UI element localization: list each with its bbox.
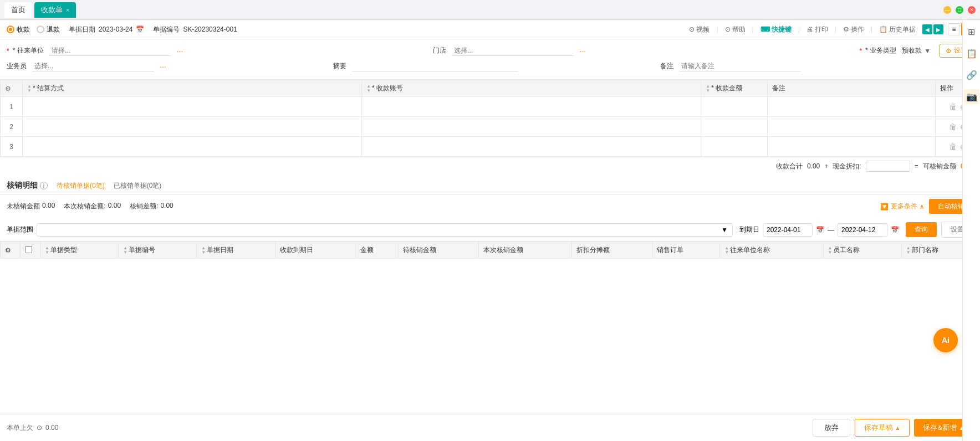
- store-input[interactable]: [452, 45, 574, 56]
- due-start-input[interactable]: [763, 223, 813, 237]
- row-3-settle[interactable]: [23, 137, 362, 157]
- number-field: 单据编号 SK-20230324-001: [153, 25, 237, 34]
- row-1-delete-icon[interactable]: 🗑: [949, 102, 957, 111]
- row-1-amount[interactable]: [701, 97, 768, 117]
- counterpart-label: * 往来单位: [13, 46, 44, 55]
- nav-prev[interactable]: ◀: [922, 24, 932, 34]
- discount-input[interactable]: [866, 161, 910, 172]
- history-btn[interactable]: 📋 历史单据: [877, 24, 918, 35]
- row-3-account[interactable]: [362, 137, 701, 157]
- row-2-account[interactable]: [362, 117, 701, 137]
- verify-info-icon[interactable]: i: [40, 182, 48, 189]
- date-calendar-icon[interactable]: 📅: [136, 25, 144, 33]
- view-list[interactable]: ≡: [948, 23, 960, 35]
- window-minimize[interactable]: —: [943, 6, 951, 14]
- sidebar-screenshot-icon[interactable]: 📷: [964, 89, 979, 104]
- col-amount-header: ▲▼ * 收款金额: [701, 80, 768, 97]
- form-row-2: 业务员 ··· 摘要 备注: [7, 61, 973, 71]
- due-end-cal-icon[interactable]: 📅: [891, 226, 899, 234]
- history-icon: 📋: [879, 25, 887, 33]
- salesperson-input[interactable]: [32, 61, 154, 71]
- diff-label: 核销差额:: [130, 202, 158, 211]
- print-btn[interactable]: 🖨 打印: [804, 24, 830, 35]
- action-btn[interactable]: ⚙ 操作: [841, 24, 866, 35]
- counterpart-more[interactable]: ···: [175, 47, 186, 55]
- verify-header: 核销明细 i 待核销单据(0笔) 已核销单据(0笔): [0, 175, 980, 194]
- date-range-dash: —: [828, 226, 834, 234]
- row-2-settle[interactable]: [23, 117, 362, 137]
- row-2-delete-icon[interactable]: 🗑: [949, 122, 957, 131]
- sidebar-table-icon[interactable]: ⊞: [966, 24, 977, 39]
- last-order-icon[interactable]: ⊙: [37, 424, 42, 432]
- save-draft-btn[interactable]: 保存草稿 ▲: [855, 419, 910, 437]
- right-sidebar: ⊞ 📋 🔗 📷: [962, 20, 980, 441]
- tab-done[interactable]: 已核销单据(0笔): [114, 181, 162, 191]
- video-btn[interactable]: ⊙ 视频: [687, 24, 712, 35]
- summary-input[interactable]: [352, 61, 518, 71]
- radio-receipt[interactable]: 收款: [7, 25, 30, 34]
- bt-counterpart-label: 往来单位名称: [730, 245, 770, 255]
- bt-col-discount: 折扣分摊额: [571, 242, 652, 259]
- table-settings-icon[interactable]: ⚙: [5, 85, 11, 93]
- window-maximize[interactable]: □: [956, 6, 963, 14]
- bt-check-all[interactable]: [25, 246, 32, 253]
- row-1-settle[interactable]: [23, 97, 362, 117]
- col-note-header: 备注: [768, 80, 936, 97]
- biz-type-value: 预收款: [902, 46, 922, 55]
- abandon-btn[interactable]: 放弃: [813, 419, 850, 437]
- biz-type-select[interactable]: 预收款 ▼: [902, 46, 931, 55]
- ai-button[interactable]: Ai: [933, 328, 958, 352]
- date-label: 单据日期: [69, 25, 95, 34]
- tab-receipt-close[interactable]: ×: [66, 7, 69, 13]
- row-3-delete-icon[interactable]: 🗑: [949, 142, 957, 151]
- salesperson-more[interactable]: ···: [157, 62, 169, 71]
- row-1-note[interactable]: [768, 97, 936, 117]
- radio-receipt-label: 收款: [17, 25, 30, 34]
- auto-verify-label: 自动核销: [938, 202, 964, 210]
- play-icon: ⊙: [689, 25, 695, 33]
- bt-col-pending: 待核销金额: [398, 242, 478, 259]
- question-icon: ⊙: [725, 25, 731, 33]
- tab-home[interactable]: 首页: [4, 2, 32, 18]
- main-table: ⚙ ▲▼ * 结算方式 ▲▼ * 收款账号: [0, 80, 980, 157]
- row-1-account[interactable]: [362, 97, 701, 117]
- note-input[interactable]: [679, 61, 801, 71]
- action-icon: ⚙: [843, 25, 849, 33]
- due-end-input[interactable]: [838, 223, 887, 237]
- counterpart-input[interactable]: [49, 45, 171, 56]
- due-start-cal-icon[interactable]: 📅: [816, 226, 824, 234]
- range-select[interactable]: ▼: [37, 223, 733, 237]
- row-3-note[interactable]: [768, 137, 936, 157]
- radio-refund[interactable]: 退款: [37, 25, 60, 34]
- bt-current-label: 本次核销金额: [483, 246, 523, 254]
- more-filter-btn[interactable]: 🔽 更多条件 ∧: [880, 202, 925, 211]
- sidebar-link-icon[interactable]: 🔗: [964, 68, 979, 83]
- query-btn[interactable]: 查询: [906, 222, 937, 237]
- bottom-btns: 放弃 保存草稿 ▲ 保存&新增 ▲: [813, 419, 973, 437]
- row-3-amount[interactable]: [701, 137, 768, 157]
- nav-next[interactable]: ▶: [933, 24, 943, 34]
- summary-label: 摘要: [333, 61, 346, 71]
- toolbar-right: ⊙ 视频 | ⊙ 帮助 | ⌨ 快捷键 | 🖨 打印 | ⚙ 操作: [687, 23, 973, 35]
- keyboard-icon: ⌨: [760, 25, 770, 33]
- bottom-table-wrap[interactable]: ⚙ ▲▼ 单据类型 ▲▼: [0, 242, 980, 414]
- bt-col-date: ▲▼ 单据日期: [197, 242, 275, 259]
- tab-receipt[interactable]: 收款单 ×: [34, 2, 76, 18]
- window-close[interactable]: ×: [968, 6, 976, 14]
- date-value: 2023-03-24: [99, 25, 132, 33]
- store-more[interactable]: ···: [577, 47, 588, 55]
- tab-home-label: 首页: [11, 5, 25, 15]
- ai-label: Ai: [942, 336, 950, 345]
- bt-gear-icon[interactable]: ⚙: [5, 247, 11, 254]
- bt-dept-label: 部门名称: [912, 245, 938, 255]
- due-label: 到期日: [739, 225, 759, 234]
- shortcut-btn[interactable]: ⌨ 快捷键: [758, 24, 794, 35]
- help-btn[interactable]: ⊙ 帮助: [723, 24, 748, 35]
- row-2-amount[interactable]: [701, 117, 768, 137]
- sidebar-note-icon[interactable]: 📋: [964, 46, 979, 61]
- col-settle-label: * 结算方式: [33, 84, 64, 93]
- stat-diff: 核销差额: 0.00: [130, 202, 173, 211]
- gear-icon: ⚙: [946, 47, 952, 55]
- tab-pending[interactable]: 待核销单据(0笔): [57, 181, 105, 191]
- row-2-note[interactable]: [768, 117, 936, 137]
